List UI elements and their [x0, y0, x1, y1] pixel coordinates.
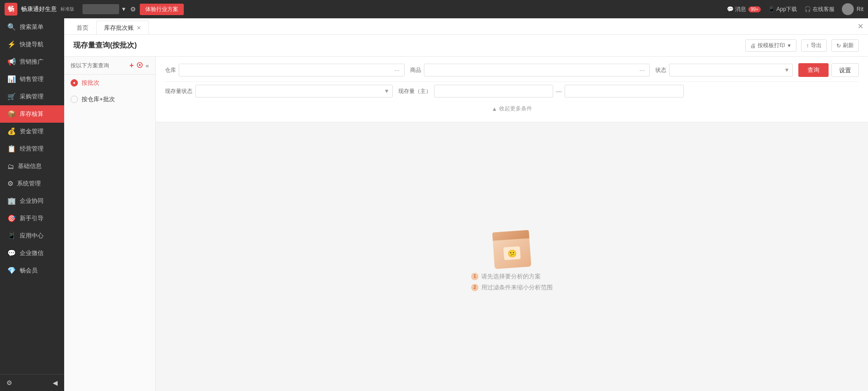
sidebar-item-label: 库存核算: [20, 110, 44, 118]
settings-button[interactable]: 设置: [831, 63, 859, 77]
sidebar-item-label: 应用中心: [20, 232, 44, 240]
gear-icon[interactable]: ⚙: [130, 5, 136, 13]
app-logo: 畅: [5, 3, 17, 16]
money-icon: 💰: [7, 127, 16, 136]
search-dropdown-btn[interactable]: ▼: [121, 6, 126, 12]
tab-close-btn[interactable]: ✕: [137, 25, 141, 31]
warehouse-more-btn[interactable]: ···: [392, 65, 401, 75]
refresh-icon: ↻: [836, 43, 841, 49]
content-area: 首页 库存批次账 ✕ ✕ 现存量查询(按批次) 🖨 按模板打印 ▼: [64, 18, 868, 391]
filter-collapse-btn[interactable]: «: [146, 61, 149, 70]
filter-dot-inactive: [71, 96, 78, 103]
query-button[interactable]: 查询: [798, 63, 829, 77]
stock-status-container[interactable]: ▼: [195, 85, 393, 98]
stock-status-field: 现存量状态 ▼: [165, 85, 393, 98]
sidebar-collapse-btn[interactable]: ◀: [53, 379, 58, 386]
sidebar-item-label: 畅会员: [20, 266, 38, 275]
hint-item-1: 1 请先选择要分析的方案: [471, 272, 553, 281]
enterprise-icon: 🏢: [7, 197, 16, 205]
sidebar: 🔍 搜索菜单 ⚡ 快捷导航 📢 营销推广 📊 销售管理 🛒 采购管理 📦: [0, 18, 64, 391]
sidebar-item-inventory[interactable]: 📦 库存核算: [0, 105, 64, 123]
filter-item-by-warehouse-batch[interactable]: 按仓库+批次: [64, 91, 155, 108]
form-row-2: 现存量状态 ▼ 现存量（主）: [165, 85, 859, 98]
status-input-container[interactable]: ▼: [669, 64, 793, 76]
phone-icon: 📱: [768, 6, 775, 12]
sidebar-item-marketing[interactable]: 📢 营销推广: [0, 53, 64, 71]
page-actions: 🖨 按模板打印 ▼ ↑ 导出 ↻ 刷新: [745, 39, 859, 52]
search-icon: 🔍: [7, 23, 16, 31]
collapse-text: 收起更多条件: [499, 105, 532, 113]
form-divider: [165, 81, 859, 82]
sidebar-item-purchase[interactable]: 🛒 采购管理: [0, 88, 64, 105]
sidebar-item-label: 新手引导: [20, 214, 44, 223]
print-btn[interactable]: 🖨 按模板打印 ▼: [745, 39, 797, 52]
stock-qty-field: 现存量（主） —: [398, 85, 626, 98]
refresh-btn[interactable]: ↻ 刷新: [831, 39, 859, 52]
filter-item-by-batch[interactable]: ● 按批次: [64, 75, 155, 91]
query-form: 仓库 ··· 商品: [156, 57, 868, 122]
sidebar-item-operations[interactable]: 📋 经营管理: [0, 140, 64, 157]
sidebar-scroll: 🔍 搜索菜单 ⚡ 快捷导航 📢 营销推广 📊 销售管理 🛒 采购管理 📦: [0, 18, 64, 374]
tab-home[interactable]: 首页: [69, 21, 96, 34]
sidebar-item-sales[interactable]: 📊 销售管理: [0, 71, 64, 88]
app-icon: 📱: [7, 232, 16, 240]
collapse-more-btn[interactable]: ▲ 收起更多条件: [165, 102, 859, 115]
sidebar-item-search[interactable]: 🔍 搜索菜单: [0, 18, 64, 36]
sidebar-item-vip[interactable]: 💎 畅会员: [0, 262, 64, 279]
hint-text-1: 请先选择要分析的方案: [481, 272, 541, 281]
goods-input-container[interactable]: ···: [424, 64, 650, 76]
close-all-btn[interactable]: ✕: [857, 22, 863, 31]
wechat-icon: 💬: [7, 249, 16, 257]
sidebar-settings-btn[interactable]: ⚙: [6, 379, 12, 386]
warehouse-input-container[interactable]: ···: [179, 64, 405, 76]
app-download-item[interactable]: 📱 App下载: [768, 5, 797, 13]
avatar: [842, 3, 854, 15]
sidebar-item-new-guide[interactable]: 🎯 新手引导: [0, 210, 64, 227]
status-chevron-icon[interactable]: ▼: [784, 67, 790, 73]
sidebar-item-wechat[interactable]: 💬 企业微信: [0, 244, 64, 262]
std-badge: 标准版: [60, 6, 74, 12]
user-name: Rit: [857, 6, 863, 12]
filter-dot-active: ●: [71, 79, 78, 87]
filter-content-row: 现存量查询(按批次) 🖨 按模板打印 ▼ ↑ 导出 ↻: [64, 35, 868, 391]
empty-illustration: 😕: [484, 222, 539, 268]
status-label: 状态: [655, 66, 666, 74]
stock-qty-max[interactable]: [565, 85, 684, 98]
form-action-buttons: 查询 设置: [798, 63, 859, 77]
filter-header-icons: + «: [129, 61, 149, 70]
export-btn[interactable]: ↑ 导出: [801, 39, 827, 52]
sidebar-item-enterprise[interactable]: 🏢 企业协同: [0, 192, 64, 210]
filter-title: 按以下方案查询: [71, 62, 109, 70]
experience-btn[interactable]: 体验行业方案: [140, 4, 184, 15]
goods-more-btn[interactable]: ···: [637, 65, 647, 75]
user-profile[interactable]: Rit: [842, 3, 863, 15]
sidebar-item-label: 系统管理: [17, 179, 41, 188]
page-header: 现存量查询(按批次) 🖨 按模板打印 ▼ ↑ 导出 ↻: [64, 35, 868, 57]
sidebar-item-label: 搜索菜单: [20, 23, 44, 31]
goods-field: 商品 ···: [410, 64, 650, 76]
lightning-icon: ⚡: [7, 40, 16, 49]
headset-icon: 🎧: [804, 6, 811, 12]
tab-batch-account[interactable]: 库存批次账 ✕: [96, 21, 149, 34]
stock-qty-min[interactable]: [434, 85, 553, 98]
megaphone-icon: 📢: [7, 58, 16, 66]
filter-add-btn[interactable]: +: [129, 61, 133, 70]
filter-settings-btn[interactable]: [137, 61, 143, 70]
sidebar-item-label: 资金管理: [20, 127, 44, 136]
online-service-item[interactable]: 🎧 在线客服: [804, 5, 835, 13]
notification-item[interactable]: 💬 消息 99+: [727, 5, 761, 13]
sidebar-item-quick-nav[interactable]: ⚡ 快捷导航: [0, 36, 64, 53]
sidebar-item-finance[interactable]: 💰 资金管理: [0, 123, 64, 140]
stock-status-chevron-icon[interactable]: ▼: [384, 88, 390, 94]
sidebar-bottom: ⚙ ◀: [0, 374, 64, 391]
stock-qty-range: —: [434, 85, 684, 98]
print-icon: 🖨: [750, 43, 756, 49]
notification-badge: 99+: [748, 6, 761, 12]
sidebar-item-app-center[interactable]: 📱 应用中心: [0, 227, 64, 244]
sidebar-item-basic-info[interactable]: 🗂 基础信息: [0, 157, 64, 175]
svg-point-1: [139, 64, 141, 66]
stock-qty-label: 现存量（主）: [398, 87, 431, 95]
empty-hints: 1 请先选择要分析的方案 2 用过滤条件来缩小分析范围: [471, 272, 553, 292]
sidebar-item-system[interactable]: ⚙ 系统管理: [0, 175, 64, 192]
box-body: 😕: [493, 234, 532, 269]
